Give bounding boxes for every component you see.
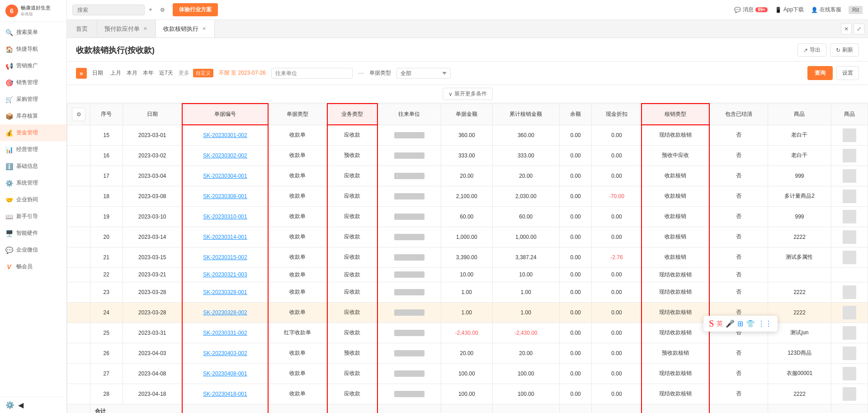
footer-include-settled [709,404,768,413]
date-last-7-days[interactable]: 近7天 [157,68,175,78]
cell-partner [377,267,441,282]
export-button[interactable]: ↗ 导出 [797,43,826,57]
footer-biz-type [327,404,377,413]
sidebar-item-wechat[interactable]: 💬 企业微信 [0,242,66,258]
bill-no-link[interactable]: SK-20230304-001 [203,173,247,179]
cell-cumulative-cancel: 333.00 [492,145,559,166]
cell-cumulative-cancel: 1.00 [492,282,559,302]
cell-balance: 0.00 [559,267,592,282]
bill-no-link[interactable]: SK-20230328-001 [203,289,247,295]
cell-bill-amount: 100.00 [441,384,492,404]
partner-more-icon[interactable]: ··· [358,69,364,77]
sidebar-item-operations[interactable]: 📊 经营管理 [0,141,66,158]
sidebar-item-quicknav[interactable]: 🏠 快捷导航 [0,41,66,57]
bill-no-link[interactable]: SK-20230403-002 [203,350,247,356]
cell-bill-no: SK-20230315-002 [182,247,268,267]
bill-no-link[interactable]: SK-20230408-001 [203,370,247,377]
cell-gear [67,227,90,247]
cell-cumulative-cancel: 3,387.24 [492,247,559,267]
home-icon: 🏠 [5,46,13,53]
tab-expand-btn[interactable]: ⤢ [854,24,864,34]
sidebar-item-sales[interactable]: 🎯 销售管理 [0,74,66,91]
date-this-year[interactable]: 本年 [141,68,156,78]
bill-no-link[interactable]: SK-20230418-001 [203,391,247,397]
sidebar-item-system[interactable]: ⚙️ 系统管理 [0,175,66,191]
settings-button[interactable]: 设置 [836,66,859,80]
app-download-area[interactable]: 📱 App下载 [775,6,804,14]
bill-no-link[interactable]: SK-20230310-001 [203,214,247,220]
bill-no-link[interactable]: SK-20230328-002 [203,309,247,316]
sidebar-item-marketing[interactable]: 📢 营销推广 [0,57,66,74]
sidebar-label-hardware: 智能硬件 [16,229,38,237]
tab-collection-close[interactable]: ✕ [201,25,207,33]
sidebar-item-finance[interactable]: 💰 资金管理 [0,124,66,141]
partner-filter-input[interactable] [271,68,353,79]
filter-toggle-button[interactable]: » [76,68,87,79]
table-container[interactable]: ⚙ 序号 日期 单据编号 单据类型 业务类型 往来单位 单据金额 累计核销金额 … [67,103,868,413]
sidebar-item-member[interactable]: V 畅会员 [0,258,66,275]
cell-cumulative-cancel: 2,030.00 [492,186,559,206]
industry-solution-button[interactable]: 体验行业方案 [173,3,218,16]
page-title: 收款核销执行(按收款) [76,45,155,56]
refresh-icon: ↻ [836,47,840,53]
bill-no-link[interactable]: SK-20230308-001 [203,193,247,199]
tab-close-btn[interactable]: ✕ [841,24,852,34]
collapse-icon[interactable]: ◀ [18,401,24,409]
user-area[interactable]: Rit [849,6,863,14]
col-header-gear[interactable]: ⚙ [67,104,90,125]
cell-product2 [831,227,868,247]
bill-no-link[interactable]: SK-20230314-001 [203,234,247,240]
search-input[interactable] [72,5,145,15]
tab-collection[interactable]: 收款核销执行 ✕ [156,20,215,38]
cell-include-settled: 否 [709,145,768,166]
watermark-apps-icon: ⋮⋮ [758,319,772,328]
finance-icon: 💰 [5,129,13,137]
table-row: 23 2023-03-28 SK-20230328-001 收款单 应收款 1.… [67,282,868,302]
cell-product: 123D商品 [768,343,831,363]
settings-footer-icon[interactable]: ⚙️ [5,401,14,409]
sidebar-item-hardware[interactable]: 🖥️ 智能硬件 [0,225,66,242]
notification-area[interactable]: 💬 消息 99+ [734,6,768,14]
tab-payment-close[interactable]: ✕ [142,25,148,33]
cell-cancel-type: 预收款核销 [642,343,709,363]
cell-date: 2023-03-02 [123,145,182,166]
date-options: 上月 本月 本年 近7天 更多 自定义 [108,68,213,78]
bill-type-select[interactable]: 全部 收款单 红字收款单 [396,68,451,79]
col-header-balance: 余额 [559,104,592,125]
sidebar-item-purchase[interactable]: 🛒 采购管理 [0,91,66,108]
cell-gear [67,247,90,267]
date-more[interactable]: 更多 [177,68,191,78]
cell-cancel-type: 收款核销 [642,247,709,267]
tab-home[interactable]: 首页 [67,20,97,38]
date-this-month[interactable]: 本月 [125,68,139,78]
bill-no-link[interactable]: SK-20230301-002 [203,132,247,138]
cell-bill-amount: 333.00 [441,145,492,166]
expand-conditions-button[interactable]: ∨ 展开更多条件 [443,88,493,100]
bill-no-link[interactable]: SK-20230315-002 [203,254,247,261]
cell-bill-no: SK-20230408-001 [182,363,268,384]
query-button[interactable]: 查询 [807,66,833,80]
online-support-area[interactable]: 👤 在线客服 [811,6,841,14]
sidebar-item-cooperation[interactable]: 🤝 企业协同 [0,191,66,208]
topbar-gear-icon[interactable]: ⚙ [156,4,169,16]
refresh-button[interactable]: ↻ 刷新 [830,43,859,57]
bill-no-link[interactable]: SK-20230331-002 [203,330,247,336]
cell-cash-discount: 0.00 [592,125,642,145]
bill-no-link[interactable]: SK-20230321-003 [203,271,247,278]
sidebar-item-guide[interactable]: 📖 新手引导 [0,208,66,225]
col-header-partner: 往来单位 [377,104,441,125]
tab-payment[interactable]: 预付款应付单 ✕ [97,20,156,38]
sidebar-item-basic[interactable]: ℹ️ 基础信息 [0,158,66,175]
col-settings-icon[interactable]: ⚙ [72,108,85,121]
chevron-right-icon: » [80,70,83,77]
sidebar-item-search[interactable]: 🔍 搜索菜单 [0,24,66,41]
date-custom-btn[interactable]: 自定义 [193,69,213,77]
cell-gear [67,145,90,166]
cell-biz-type: 应收款 [327,247,377,267]
bill-no-link[interactable]: SK-20230302-002 [203,152,247,159]
date-last-month[interactable]: 上月 [108,68,123,78]
cell-cumulative-cancel: -2,430.00 [492,323,559,343]
cell-partner [377,247,441,267]
sidebar-item-inventory[interactable]: 📦 库存核算 [0,108,66,124]
logo-icon: 6 [5,5,18,17]
